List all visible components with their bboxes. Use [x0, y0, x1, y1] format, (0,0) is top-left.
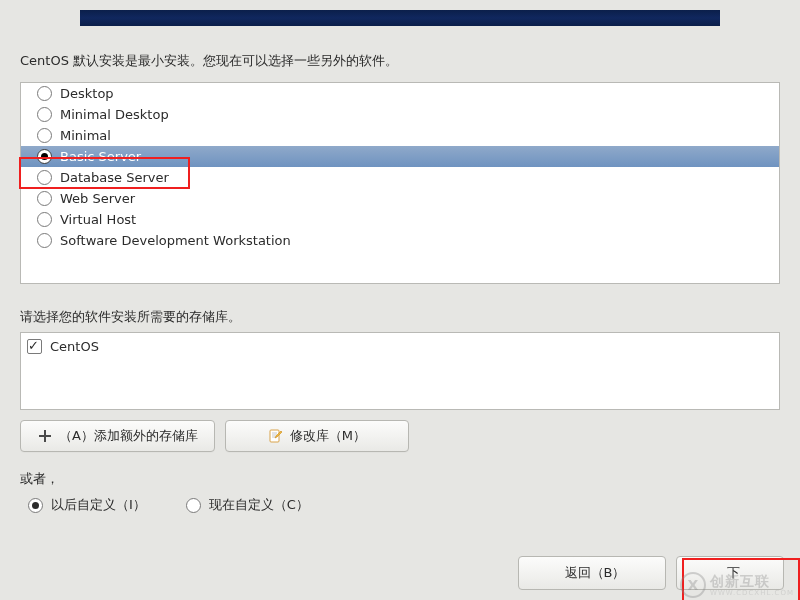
radio-icon	[37, 149, 52, 164]
install-type-option[interactable]: Web Server	[21, 188, 779, 209]
install-type-option-selected[interactable]: Basic Server	[21, 146, 779, 167]
customize-later-label: 以后自定义（I）	[51, 496, 146, 514]
repo-item-label: CentOS	[50, 339, 99, 354]
customize-now-option[interactable]: 现在自定义（C）	[186, 496, 309, 514]
modify-repo-button[interactable]: 修改库（M）	[225, 420, 409, 452]
radio-icon	[37, 233, 52, 248]
install-type-label: Database Server	[60, 170, 169, 185]
radio-icon	[37, 170, 52, 185]
install-type-option[interactable]: Virtual Host	[21, 209, 779, 230]
header-banner	[80, 10, 720, 26]
install-type-option[interactable]: Minimal	[21, 125, 779, 146]
customize-now-label: 现在自定义（C）	[209, 496, 309, 514]
install-type-label: Minimal	[60, 128, 111, 143]
edit-icon	[268, 428, 284, 444]
or-text: 或者，	[20, 470, 780, 488]
install-type-option[interactable]: Software Development Workstation	[21, 230, 779, 251]
install-type-label: Software Development Workstation	[60, 233, 291, 248]
repo-listbox: CentOS	[20, 332, 780, 410]
radio-icon	[37, 212, 52, 227]
watermark-suburl: WWW.CDCXHL.COM	[710, 589, 794, 597]
back-button[interactable]: 返回（B）	[518, 556, 666, 590]
repo-item[interactable]: CentOS	[27, 337, 773, 356]
install-type-label: Basic Server	[60, 149, 141, 164]
install-type-option[interactable]: Minimal Desktop	[21, 104, 779, 125]
checkbox-icon	[27, 339, 42, 354]
install-type-listbox: Desktop Minimal Desktop Minimal Basic Se…	[20, 82, 780, 284]
intro-text: CentOS 默认安装是最小安装。您现在可以选择一些另外的软件。	[20, 52, 780, 70]
install-type-label: Desktop	[60, 86, 114, 101]
modify-repo-label: 修改库（M）	[290, 427, 366, 445]
repo-prompt: 请选择您的软件安装所需要的存储库。	[20, 308, 780, 326]
radio-icon	[37, 86, 52, 101]
radio-icon	[186, 498, 201, 513]
install-type-option[interactable]: Desktop	[21, 83, 779, 104]
customize-option-row: 以后自定义（I） 现在自定义（C）	[28, 496, 780, 514]
repo-button-row: （A）添加额外的存储库 修改库（M）	[20, 420, 780, 452]
install-type-option[interactable]: Database Server	[21, 167, 779, 188]
install-type-label: Web Server	[60, 191, 135, 206]
back-button-label: 返回（B）	[565, 564, 626, 582]
wizard-navbar: 返回（B） 下	[518, 556, 784, 590]
plus-icon	[37, 428, 53, 444]
customize-later-option[interactable]: 以后自定义（I）	[28, 496, 146, 514]
add-repo-label: （A）添加额外的存储库	[59, 427, 198, 445]
install-type-label: Virtual Host	[60, 212, 136, 227]
install-type-label: Minimal Desktop	[60, 107, 169, 122]
radio-icon	[37, 191, 52, 206]
next-button[interactable]: 下	[676, 556, 784, 590]
radio-icon	[28, 498, 43, 513]
next-button-label: 下	[727, 564, 740, 582]
radio-icon	[37, 128, 52, 143]
radio-icon	[37, 107, 52, 122]
add-repo-button[interactable]: （A）添加额外的存储库	[20, 420, 215, 452]
